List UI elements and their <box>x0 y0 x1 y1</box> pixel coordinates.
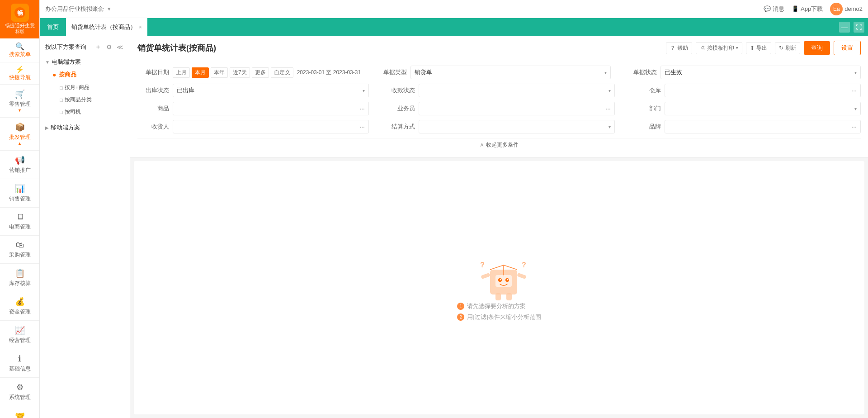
recv-status-select[interactable]: ▾ <box>419 84 615 97</box>
collapse-bar[interactable]: ∧ 收起更多条件 <box>137 138 861 152</box>
right-panel: 销货单统计表(按商品) ？ 帮助 🖨 按模板打印 ▾ ⬆ 导出 <box>130 36 868 418</box>
retail-icon: 🛒 <box>15 89 25 99</box>
export-btn[interactable]: ⬆ 导出 <box>746 42 771 54</box>
date-this-month-btn[interactable]: 本月 <box>192 67 209 78</box>
recv-status-arrow: ▾ <box>609 88 611 93</box>
date-last-month-btn[interactable]: 上月 <box>173 67 190 78</box>
export-icon: ⬆ <box>750 45 755 51</box>
sidebar-item-system[interactable]: ⚙ 系统管理 <box>0 378 39 406</box>
filter-area: 单据日期 上月 本月 本年 近7天 更多 自定义 2023-03-01 至 20… <box>130 60 868 157</box>
sidebar-item-inventory[interactable]: 📋 库存核算 <box>0 264 39 292</box>
sub-item-icon-2: □ <box>60 97 63 103</box>
out-status-value: 已出库 <box>177 86 363 95</box>
refresh-icon: ↻ <box>779 45 783 51</box>
tree-item-by-month-product[interactable]: □ 按月+商品 <box>40 81 130 94</box>
print-btn[interactable]: 🖨 按模板打印 ▾ <box>696 42 742 54</box>
settle-label: 结算方式 <box>383 123 415 131</box>
receiver-select[interactable]: ··· <box>173 120 369 133</box>
svg-text:?: ? <box>480 261 485 269</box>
tab-minimize-btn[interactable]: — <box>839 22 850 33</box>
app-name: 畅捷通好生意 <box>3 23 37 28</box>
sidebar-item-purchase[interactable]: 🛍 采购管理 <box>0 236 39 264</box>
tree-item-by-driver[interactable]: □ 按司机 <box>40 106 130 118</box>
industry-dropdown-icon[interactable]: ▾ <box>108 5 111 12</box>
help-btn[interactable]: ？ 帮助 <box>666 42 692 54</box>
message-btn[interactable]: 💬 消息 <box>764 5 784 13</box>
sidebar-item-retail[interactable]: 🛒 零售管理 ▼ <box>0 85 39 118</box>
tree-item-by-product[interactable]: ● 按商品 <box>40 68 130 81</box>
app-download-icon: 📱 <box>792 5 799 12</box>
date-this-year-btn[interactable]: 本年 <box>211 67 228 78</box>
receiver-label: 收货人 <box>137 123 169 131</box>
settle-select[interactable]: ▾ <box>419 120 615 133</box>
tree-group-desktop-header[interactable]: ▼ 电脑端方案 <box>40 56 130 68</box>
refresh-btn[interactable]: ↻ 刷新 <box>775 42 800 54</box>
tree-group-mobile-header[interactable]: ▶ 移动端方案 <box>40 122 130 133</box>
doc-status-value: 已生效 <box>665 68 854 76</box>
dept-label: 部门 <box>629 104 661 113</box>
warehouse-dots[interactable]: ··· <box>851 87 857 94</box>
marketing-icon: 📢 <box>15 155 25 165</box>
sidebar-item-sales[interactable]: 📊 销售管理 <box>0 179 39 208</box>
tab-close-btn[interactable]: × <box>139 24 142 30</box>
settle-arrow: ▾ <box>609 124 611 129</box>
tree-group-desktop: ▼ 电脑端方案 ● 按商品 □ 按月+商品 □ 按商品分类 □ 按司机 <box>40 54 130 120</box>
date-custom-btn[interactable]: 自定义 <box>271 67 293 78</box>
brand-dots[interactable]: ··· <box>851 123 857 130</box>
hint-num-2: 2 <box>457 314 464 321</box>
receiver-dots[interactable]: ··· <box>359 123 365 130</box>
out-status-select[interactable]: 已出库 ▾ <box>173 84 369 97</box>
avatar: Ea <box>830 3 843 15</box>
dept-select[interactable]: ▾ <box>665 102 861 115</box>
user-avatar-btn[interactable]: Ea demo2 <box>830 3 863 15</box>
tabbar: 首页 销货单统计表（按商品） × — ⛶ <box>40 18 868 36</box>
filter-row-1: 单据日期 上月 本月 本年 近7天 更多 自定义 2023-03-01 至 20… <box>137 66 861 79</box>
settings-scheme-btn[interactable]: ⚙ <box>104 43 113 52</box>
out-status-arrow: ▾ <box>363 88 365 93</box>
goods-select[interactable]: ··· <box>173 102 369 115</box>
app-logo[interactable]: 畅 畅捷通好生意 标版 <box>0 0 39 38</box>
date-range-display: 2023-03-01 至 2023-03-31 <box>297 69 361 76</box>
doc-type-select[interactable]: 销货单 ▾ <box>410 66 611 79</box>
svg-text:畅: 畅 <box>17 10 23 16</box>
date-label: 单据日期 <box>137 68 169 76</box>
topbar-right: 💬 消息 📱 App下载 Ea demo2 <box>764 3 863 15</box>
sidebar-item-finance[interactable]: 💰 资金管理 <box>0 292 39 321</box>
wholesale-icon: 📦 <box>15 122 25 132</box>
content-area: ? ? 1 请先选择要分析的方案 2 用[过滤]条件来缩小分析范围 <box>134 161 864 414</box>
goods-dots[interactable]: ··· <box>359 105 365 112</box>
sidebar-item-operations[interactable]: 📈 经营管理 <box>0 321 39 349</box>
sidebar-item-marketing[interactable]: 📢 营销推广 <box>0 151 39 179</box>
query-btn[interactable]: 查询 <box>804 41 830 55</box>
warehouse-select[interactable]: ··· <box>665 84 861 97</box>
empty-hints: 1 请先选择要分析的方案 2 用[过滤]条件来缩小分析范围 <box>457 302 541 324</box>
svg-rect-9 <box>481 273 491 279</box>
message-icon: 💬 <box>764 5 771 12</box>
tab-maximize-btn[interactable]: ⛶ <box>854 22 864 33</box>
tab-home[interactable]: 首页 <box>40 18 66 36</box>
industry-label: 办公用品行业模拟账套 <box>45 5 104 13</box>
sidebar-item-wholesale[interactable]: 📦 批发管理 ▲ <box>0 118 39 151</box>
doc-status-select[interactable]: 已生效 ▾ <box>660 66 861 79</box>
brand-select[interactable]: ··· <box>665 120 861 133</box>
sidebar-item-ecommerce[interactable]: 🖥 电商管理 <box>0 208 39 236</box>
date-more-btn[interactable]: 更多 <box>252 67 269 78</box>
sidebar-item-quicknav[interactable]: ⚡ 快捷导航 <box>0 62 39 85</box>
hint-num-1: 1 <box>457 303 464 310</box>
system-icon: ⚙ <box>16 382 24 392</box>
sidebar-item-collab[interactable]: 🤝 企业协同 <box>0 406 39 418</box>
tree-item-by-category[interactable]: □ 按商品分类 <box>40 94 130 106</box>
staff-dots[interactable]: ··· <box>605 105 611 112</box>
sidebar-item-basics[interactable]: ℹ 基础信息 <box>0 349 39 378</box>
staff-select[interactable]: ··· <box>419 102 615 115</box>
date-7days-btn[interactable]: 近7天 <box>230 67 250 78</box>
svg-rect-11 <box>495 293 501 300</box>
collapse-panel-btn[interactable]: ≪ <box>115 43 124 52</box>
help-icon: ？ <box>670 44 675 52</box>
add-scheme-btn[interactable]: ＋ <box>94 43 103 52</box>
staff-label: 业务员 <box>383 104 415 113</box>
tab-active[interactable]: 销货单统计表（按商品） × <box>66 18 147 36</box>
app-download-btn[interactable]: 📱 App下载 <box>792 5 823 13</box>
sidebar-item-search[interactable]: 🔍 搜索菜单 <box>0 38 39 62</box>
settings-btn[interactable]: 设置 <box>834 41 861 55</box>
